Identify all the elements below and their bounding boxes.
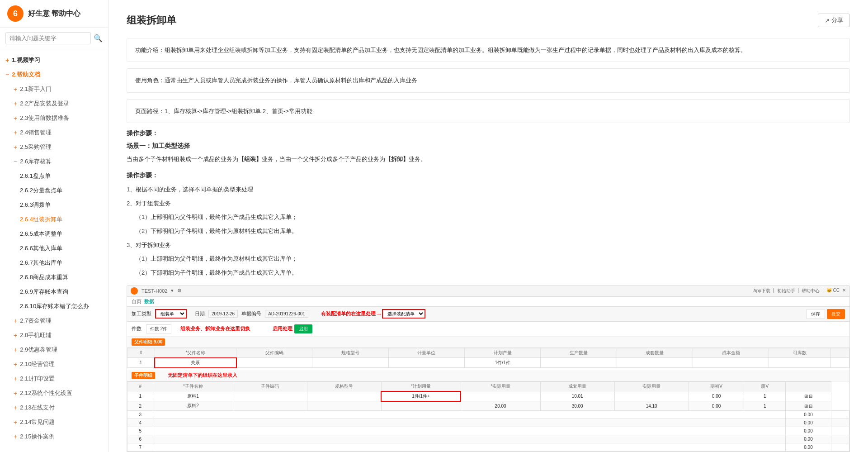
- sidebar-item-finance[interactable]: + 2.7资金管理: [0, 314, 108, 328]
- annotation3: 启用处理: [273, 325, 292, 332]
- collapse-icon: −: [5, 71, 9, 78]
- child-tag: 子件明细: [132, 372, 155, 379]
- annotation4: 无固定清单下的组织在这里录入: [168, 372, 237, 379]
- sidebar-item-payment[interactable]: + 2.13在线支付: [0, 400, 108, 415]
- table-row: 70.00: [127, 443, 849, 452]
- table-row: 2 原料2 20.00 30.00 14.10 0.00 1 ⊞ ⊟: [127, 401, 849, 411]
- sidebar-item-stocktake[interactable]: 2.6.1盘点单: [0, 169, 108, 183]
- sidebar-item-cost-recalc[interactable]: 2.6.8商品成本重算: [0, 270, 108, 285]
- sidebar-item-newcomer[interactable]: + 2.1新手入门: [0, 82, 108, 96]
- sidebar-item-purchase[interactable]: + 2.5采购管理: [0, 140, 108, 154]
- share-button[interactable]: ↗ 分享: [818, 14, 850, 27]
- role-intro-block: 使用角色：通常由生产人员或库管人员完成拆装业务的操作，库管人员确认原材料的出库和…: [127, 68, 850, 92]
- sidebar-item-assemble[interactable]: 2.6.4组装拆卸单: [0, 212, 108, 227]
- mock-nav-home: 自页: [132, 298, 142, 305]
- table-row: 1 原料1 1件/1件+ 10.01 0.00 1 ⊞ ⊟: [127, 391, 849, 401]
- mock-titlebar: TEST-H002 ▾ ⚙ App下载 | 初始助手 | 帮助中心 | 🐱 CC…: [127, 285, 849, 297]
- sidebar-item-transfer[interactable]: 2.6.3调拨单: [0, 198, 108, 212]
- scene1-desc: 当由多个子件材料组装成一个成品的业务为【组装】业务，当由一个父件拆分成多个子产品…: [127, 154, 850, 165]
- nav-list: + 1.视频学习 − 2.帮助文档 + 2.1新手入门 + 2.2产品安装及登录…: [0, 49, 108, 452]
- table-row: 60.00: [127, 435, 849, 443]
- expand-icon: +: [5, 57, 9, 64]
- mock-child-table: # *子件名称 子件编码 规格型号 *计划用量 *实际用量 成套用量 实际用量 …: [127, 381, 849, 452]
- logo-icon: 6: [7, 5, 24, 22]
- table-row: 40.00: [127, 419, 849, 427]
- page-header: 组装拆卸单 ↗ 分享: [127, 14, 850, 27]
- sidebar: 6 好生意 帮助中心 🔍 + 1.视频学习 − 2.帮助文档 + 2.1新手入门…: [0, 0, 108, 452]
- search-box: 🔍: [0, 28, 108, 49]
- sidebar-item-cases[interactable]: + 2.15操作案例: [0, 429, 108, 444]
- sidebar-item-video[interactable]: + 1.视频学习: [0, 53, 108, 67]
- sidebar-item-install[interactable]: + 2.2产品安装及登录: [0, 96, 108, 111]
- mock-parent-header: 父件明细 9.00: [127, 337, 849, 348]
- scene1-label: 场景一：加工类型选择: [127, 142, 850, 150]
- mock-toolbar: 加工类型 组装单 拆卸单 日期 2019-12-26 单据编号 AD-20191…: [127, 307, 849, 322]
- mock-type-label: 加工类型: [132, 310, 151, 317]
- sidebar-item-help-docs[interactable]: − 2.帮助文档: [0, 67, 108, 82]
- screenshot-container: TEST-H002 ▾ ⚙ App下载 | 初始助手 | 帮助中心 | 🐱 CC…: [127, 285, 850, 452]
- function-intro-block: 功能介绍：组装拆卸单用来处理企业组装或拆卸等加工业务，支持有固定装配清单的产品加…: [127, 38, 850, 62]
- main-content: 组装拆卸单 ↗ 分享 功能介绍：组装拆卸单用来处理企业组装或拆卸等加工业务，支持…: [108, 0, 868, 452]
- mock-submit-btn[interactable]: 提交: [827, 309, 845, 319]
- annotation1: 有装配清单的在这里处理: [321, 310, 376, 317]
- sidebar-item-mobile[interactable]: + 2.8手机旺辅: [0, 328, 108, 343]
- mock-enable-btn[interactable]: 启用: [294, 324, 312, 333]
- sidebar-item-sales[interactable]: + 2.4销售管理: [0, 125, 108, 140]
- screenshot-mock: TEST-H002 ▾ ⚙ App下载 | 初始助手 | 帮助中心 | 🐱 CC…: [127, 285, 849, 452]
- sidebar-item-print[interactable]: + 2.11打印设置: [0, 371, 108, 386]
- sidebar-header: 6 好生意 帮助中心: [0, 0, 108, 28]
- mock-form-row2: 件数 件数 2件 组装业务、拆卸业务在这里切换 启用处理 启用: [127, 322, 849, 337]
- search-button[interactable]: 🔍: [94, 34, 103, 43]
- mock-dropdown-icon: ▾: [171, 288, 174, 294]
- sidebar-item-coupon[interactable]: + 2.9优惠券管理: [0, 343, 108, 357]
- mock-titlebar-right: App下载 | 初始助手 | 帮助中心 | 🐱 CC ✕: [753, 288, 846, 294]
- sidebar-item-data-prep[interactable]: + 2.3使用前数据准备: [0, 111, 108, 125]
- sidebar-item-other-out[interactable]: 2.6.7其他出库单: [0, 256, 108, 270]
- sidebar-item-other-in[interactable]: 2.6.6其他入库单: [0, 241, 108, 256]
- mock-parent-table: # *父件名称 父件编码 规格型号 计量单位 计划产量 生产数量 成套数量 成本…: [127, 348, 849, 368]
- mock-titlebar-text: TEST-H002: [142, 288, 167, 294]
- table-row: 50.00: [127, 427, 849, 435]
- sidebar-item-cost-adjust[interactable]: 2.6.5成本调整单: [0, 227, 108, 241]
- mock-logo-icon: [131, 287, 138, 295]
- arrow-icon1: →: [376, 310, 382, 318]
- annotation2: 组装业务、拆卸业务在这里切换: [180, 325, 250, 332]
- sidebar-item-inventory-query[interactable]: 2.6.9库存账本查询: [0, 285, 108, 299]
- sidebar-item-partial-stocktake[interactable]: 2.6.2分量盘点单: [0, 183, 108, 198]
- mock-date: 2019-12-26: [208, 310, 238, 318]
- mock-code: AD-20191226-001: [265, 310, 308, 318]
- mock-save-btn[interactable]: 保存: [806, 309, 825, 319]
- parent-tag: 父件明细 9.00: [132, 338, 165, 346]
- sidebar-item-inventory[interactable]: − 2.6库存核算: [0, 154, 108, 169]
- mock-settings-icon: ⚙: [177, 288, 182, 294]
- search-input[interactable]: [5, 32, 91, 44]
- sidebar-item-faq[interactable]: + 2.14常见问题: [0, 415, 108, 429]
- share-icon: ↗: [825, 17, 830, 24]
- mock-bom-select[interactable]: 选择装配清单: [382, 309, 425, 319]
- steps-label: 操作步骤：: [127, 171, 850, 180]
- page-title: 组装拆卸单: [127, 14, 176, 27]
- sidebar-item-management[interactable]: + 2.10经营管理: [0, 357, 108, 371]
- steps-content: 1、根据不同的业务，选择不同单据的类型来处理 2、对于组装业务 （1）上部明细为…: [127, 184, 850, 279]
- table-row: 1 关系 1件/1件: [127, 358, 849, 368]
- mock-qty: 件数 2件: [146, 324, 171, 333]
- sidebar-item-inventory-fix[interactable]: 2.6.10库存账本错了怎么办: [0, 299, 108, 314]
- mock-child-header: 子件明细 无固定清单下的组织在这里录入: [127, 370, 849, 381]
- sidebar-item-personalize[interactable]: + 2.12系统个性化设置: [0, 386, 108, 400]
- operation-label: 操作步骤：: [127, 129, 850, 138]
- table-row: 30.00: [127, 411, 849, 419]
- mock-type-select[interactable]: 组装单 拆卸单: [155, 309, 187, 319]
- path-intro-block: 页面路径：1、库存核算->库存管理->组装拆卸单 2、首页->常用功能: [127, 99, 850, 123]
- logo-title: 好生意 帮助中心: [28, 9, 80, 19]
